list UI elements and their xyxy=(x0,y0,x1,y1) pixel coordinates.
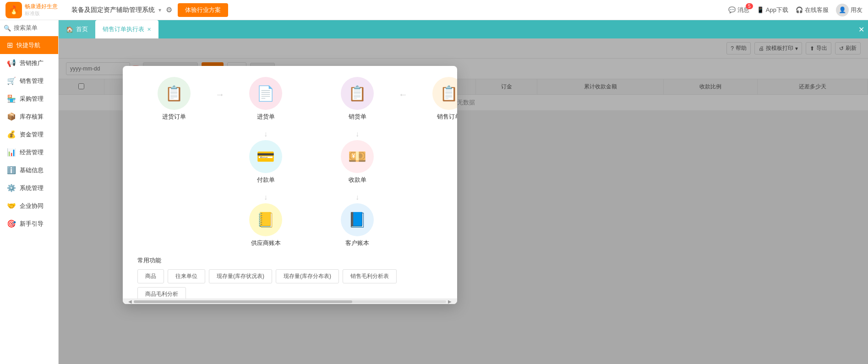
function-buttons-row1: 商品 往来单位 现存量(库存状况表) 现存量(库存分布表) 销售毛利分析表 商品… xyxy=(137,269,442,299)
sales-bill-icon: 📋 xyxy=(341,77,374,110)
system-title-area: 装备及固定资产辅助管理系统 ▾ ⚙ 体验行业方案 xyxy=(71,3,228,17)
finance-icon: 💰 xyxy=(7,130,16,139)
receipt-icon: 💴 xyxy=(341,140,374,173)
sidebar-item-purchase[interactable]: 🏪 采购管理 xyxy=(0,90,58,108)
scroll-left-icon[interactable]: ◀ xyxy=(126,299,134,304)
headset-icon: 🎧 xyxy=(796,6,803,13)
payment-icon: 💳 xyxy=(249,140,282,173)
message-badge: 5 xyxy=(746,3,753,9)
avatar: 👤 xyxy=(836,4,849,16)
business-icon: 📊 xyxy=(7,148,16,157)
flow-node-payment[interactable]: 💳 付款单 xyxy=(229,140,302,184)
user-area[interactable]: 👤 用友 xyxy=(836,4,863,16)
basic-info-icon: ℹ️ xyxy=(7,166,16,174)
arrow-1-2: → xyxy=(211,89,229,100)
flow-node-purchase-bill[interactable]: 📄 进货单 xyxy=(229,77,302,121)
arrow-down-customer: ↓ xyxy=(321,193,394,201)
sidebar-nav: ⊞ 快捷导航 📢 营销推广 🛒 销售管理 🏪 采购管理 📦 库存核算 xyxy=(0,36,58,364)
arrow-down-supplier: ↓ xyxy=(229,193,302,201)
logo-text: 畅康通好生意 标准版 xyxy=(25,3,58,17)
flow-node-supplier-ledger[interactable]: 📒 供应商账本 xyxy=(229,203,302,247)
sidebar-item-enterprise[interactable]: 🤝 企业协同 xyxy=(0,197,58,215)
common-functions-title: 常用功能 xyxy=(137,256,442,265)
sidebar-item-finance[interactable]: 💰 资金管理 xyxy=(0,125,58,143)
fn-btn-2[interactable]: 现存量(库存状况表) xyxy=(209,269,272,283)
tab-close-icon[interactable]: ✕ xyxy=(147,27,151,33)
flow-row-arrows-2: ↓ ↓ xyxy=(137,193,442,201)
enterprise-icon: 🤝 xyxy=(7,201,16,210)
online-service-button[interactable]: 🎧 在线客服 xyxy=(796,6,829,14)
common-functions: 常用功能 商品 往来单位 现存量(库存状况表) 现存量(库存分布表) 销售毛利分… xyxy=(137,256,442,299)
flow-row-3: 📒 供应商账本 📘 客户账本 xyxy=(137,203,442,247)
marketing-icon: 📢 xyxy=(7,59,16,67)
purchase-icon: 🏪 xyxy=(7,94,16,103)
content-area: 🏠 首页 销售订单执行表 ✕ ✕ ? 帮助 xyxy=(59,20,868,364)
sidebar-item-system[interactable]: ⚙️ 系统管理 xyxy=(0,179,58,197)
tab-bar: 🏠 首页 销售订单执行表 ✕ ✕ xyxy=(59,20,868,38)
tab-sales-order-exec[interactable]: 销售订单执行表 ✕ xyxy=(95,20,158,38)
flow-node-receipt[interactable]: 💴 收款单 xyxy=(321,140,394,184)
purchase-bill-icon: 📄 xyxy=(249,77,282,110)
scroll-right-icon[interactable]: ▶ xyxy=(446,299,453,304)
scrollbar-thumb[interactable] xyxy=(134,300,352,303)
arrow-down-receipt: ↓ xyxy=(321,130,394,138)
modal-body: 📋 进货订单 → 📄 进货单 xyxy=(123,66,457,299)
arrow-4-3: ← xyxy=(394,89,412,100)
app-container: 🔥 畅康通好生意 标准版 装备及固定资产辅助管理系统 ▾ ⚙ 体验行业方案 💬 … xyxy=(0,0,868,364)
supplier-ledger-icon: 📒 xyxy=(249,203,282,236)
sidebar: 🔍 搜索菜单 ⊞ 快捷导航 📢 营销推广 🛒 销售管理 🏪 采 xyxy=(0,20,59,364)
top-right: 💬 消息 5 📱 App下载 🎧 在线客服 👤 用友 xyxy=(728,4,863,16)
flow-node-sales-order[interactable]: 📋 销售订单 xyxy=(412,77,457,121)
flow-node-purchase-order[interactable]: 📋 进货订单 xyxy=(137,77,211,121)
flow-row-2: 💳 付款单 💴 收款单 xyxy=(137,140,442,184)
sidebar-item-basic-info[interactable]: ℹ️ 基础信息 xyxy=(0,161,58,179)
dropdown-arrow-icon[interactable]: ▾ xyxy=(158,7,161,13)
sales-icon: 🛒 xyxy=(7,76,16,85)
settings-icon[interactable]: ⚙ xyxy=(166,5,172,14)
fn-btn-4[interactable]: 销售毛利分析表 xyxy=(343,269,397,283)
sidebar-item-inventory[interactable]: 📦 库存核算 xyxy=(0,108,58,125)
flow-node-sales-bill[interactable]: 📋 销货单 xyxy=(321,77,394,121)
quick-nav-modal: 📋 进货订单 → 📄 进货单 xyxy=(123,66,457,304)
close-all-icon[interactable]: ✕ xyxy=(858,25,864,34)
sales-order-icon: 📋 xyxy=(432,77,457,110)
newbie-icon: 🎯 xyxy=(7,219,16,228)
fn-btn-1[interactable]: 往来单位 xyxy=(168,269,205,283)
modal-overlay[interactable]: 📋 进货订单 → 📄 进货单 xyxy=(59,38,868,364)
message-icon: 💬 xyxy=(728,6,736,13)
sidebar-search[interactable]: 🔍 搜索菜单 xyxy=(0,20,58,36)
sidebar-item-business[interactable]: 📊 经营管理 xyxy=(0,143,58,161)
system-title: 装备及固定资产辅助管理系统 xyxy=(71,6,155,14)
flow-row-1: 📋 进货订单 → 📄 进货单 xyxy=(137,77,442,121)
message-button[interactable]: 💬 消息 5 xyxy=(728,6,749,14)
home-icon: 🏠 xyxy=(66,26,73,33)
tab-home[interactable]: 🏠 首页 xyxy=(59,20,95,38)
sidebar-item-marketing[interactable]: 📢 营销推广 xyxy=(0,54,58,72)
top-bar: 🔥 畅康通好生意 标准版 装备及固定资产辅助管理系统 ▾ ⚙ 体验行业方案 💬 … xyxy=(0,0,868,20)
fn-btn-5[interactable]: 商品毛利分析 xyxy=(137,287,186,299)
flow-node-customer-ledger[interactable]: 📘 客户账本 xyxy=(321,203,394,247)
flow-row-arrows: ↓ ↓ xyxy=(137,130,442,138)
scrollbar-track xyxy=(134,300,446,303)
inventory-icon: 📦 xyxy=(7,112,16,121)
sidebar-item-newbie[interactable]: 🎯 新手引导 xyxy=(0,215,58,233)
modal-scrollbar: ◀ ▶ xyxy=(123,299,457,304)
search-icon: 🔍 xyxy=(4,25,11,32)
purchase-order-icon: 📋 xyxy=(158,77,191,110)
experience-button[interactable]: 体验行业方案 xyxy=(178,3,228,17)
arrow-down-payment: ↓ xyxy=(229,130,302,138)
sidebar-item-sales[interactable]: 🛒 销售管理 xyxy=(0,72,58,90)
phone-icon: 📱 xyxy=(757,6,764,13)
app-download-button[interactable]: 📱 App下载 xyxy=(757,6,788,14)
main-layout: 🔍 搜索菜单 ⊞ 快捷导航 📢 营销推广 🛒 销售管理 🏪 采 xyxy=(0,20,868,364)
main-content: ? 帮助 🖨 按模板打印 ▾ ⬆ 导出 ↺ 刷新 xyxy=(59,38,868,364)
logo-icon: 🔥 xyxy=(5,2,22,18)
system-icon: ⚙️ xyxy=(7,184,16,192)
quick-nav-icon: ⊞ xyxy=(7,41,13,49)
logo-area: 🔥 畅康通好生意 标准版 xyxy=(5,2,64,18)
customer-ledger-icon: 📘 xyxy=(341,203,374,236)
sidebar-item-quick-nav[interactable]: ⊞ 快捷导航 xyxy=(0,36,58,54)
fn-btn-0[interactable]: 商品 xyxy=(137,269,164,283)
fn-btn-3[interactable]: 现存量(库存分布表) xyxy=(276,269,339,283)
